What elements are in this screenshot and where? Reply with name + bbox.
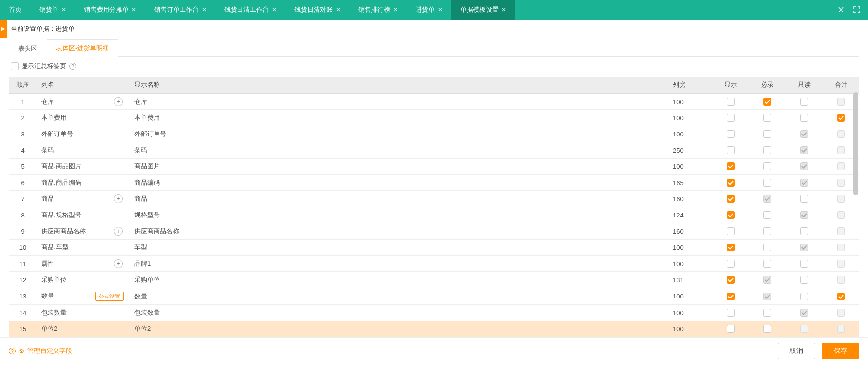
close-icon[interactable]: ✕ [202, 6, 207, 13]
table-row[interactable]: 12采购单位采购单位131 [9, 272, 859, 288]
cell-width[interactable]: 100 [668, 126, 712, 142]
table-row[interactable]: 3外部订单号外部订单号100 [9, 126, 859, 142]
tab-1[interactable]: 销售费用分摊单✕ [75, 0, 145, 20]
close-icon[interactable]: ✕ [132, 6, 136, 13]
table-row[interactable]: 1仓库+仓库100 [9, 94, 859, 110]
cell-checkbox[interactable] [727, 146, 735, 154]
show-summary-tab-checkbox[interactable] [11, 62, 19, 70]
cell-checkbox[interactable] [727, 325, 735, 333]
cell-display[interactable]: 供应商商品名称 [130, 223, 668, 240]
add-icon[interactable]: + [114, 259, 123, 268]
add-icon[interactable]: + [114, 97, 123, 106]
table-row[interactable]: 7商品+商品160 [9, 191, 859, 207]
footer-help-icon[interactable]: ? [9, 348, 16, 354]
tab-header-area[interactable]: 表头区 [9, 40, 47, 57]
cell-display[interactable]: 规格型号 [130, 207, 668, 223]
cell-display[interactable]: 包装数量 [130, 305, 668, 321]
cell-checkbox[interactable] [800, 260, 808, 268]
cell-display[interactable]: 单位2 [130, 321, 668, 337]
cell-display[interactable]: 数量 [130, 288, 668, 305]
cell-checkbox[interactable] [763, 98, 771, 106]
tab-2[interactable]: 销售订单工作台✕ [145, 0, 215, 20]
cell-width[interactable]: 100 [668, 240, 712, 256]
tab-body-area[interactable]: 表体区-进货单明细 [47, 39, 118, 57]
cell-width[interactable]: 250 [668, 142, 712, 159]
cell-checkbox[interactable] [727, 260, 735, 268]
cell-display[interactable]: 条码 [130, 142, 668, 159]
cell-display[interactable]: 本单费用 [130, 110, 668, 126]
cell-checkbox[interactable] [727, 309, 735, 317]
tab-home[interactable]: 首页 [0, 0, 30, 20]
table-row[interactable]: 9供应商商品名称+供应商商品名称160 [9, 223, 859, 240]
cell-display[interactable]: 采购单位 [130, 272, 668, 288]
expand-handle[interactable]: ▶ [0, 20, 7, 38]
cell-checkbox[interactable] [763, 162, 771, 170]
cell-display[interactable]: 商品 [130, 191, 668, 207]
cell-checkbox[interactable] [837, 293, 845, 300]
cell-width[interactable]: 100 [668, 288, 712, 305]
cancel-button[interactable]: 取消 [778, 343, 815, 359]
cell-checkbox[interactable] [727, 162, 735, 170]
close-icon[interactable]: ✕ [501, 6, 506, 13]
cell-checkbox[interactable] [800, 114, 808, 122]
tab-4[interactable]: 钱货日清对账✕ [286, 0, 349, 20]
table-row[interactable]: 13数量公式设置数量100 [9, 288, 859, 305]
table-row[interactable]: 6商品.商品编码商品编码165 [9, 175, 859, 191]
table-row[interactable]: 15单位2单位2100 [9, 321, 859, 337]
cell-checkbox[interactable] [727, 130, 735, 138]
cell-checkbox[interactable] [727, 293, 735, 300]
table-row[interactable]: 4条码条码250 [9, 142, 859, 159]
formula-tag[interactable]: 公式设置 [95, 292, 124, 301]
cell-width[interactable]: 160 [668, 223, 712, 240]
cell-width[interactable]: 131 [668, 272, 712, 288]
close-panel-icon[interactable] [837, 5, 845, 14]
table-row[interactable]: 10商品.车型车型100 [9, 240, 859, 256]
close-icon[interactable]: ✕ [61, 6, 66, 13]
tab-3[interactable]: 钱货日清工作台✕ [215, 0, 286, 20]
add-icon[interactable]: + [114, 227, 123, 236]
tab-5[interactable]: 销售排行榜✕ [349, 0, 407, 20]
table-row[interactable]: 8商品.规格型号规格型号124 [9, 207, 859, 223]
cell-checkbox[interactable] [727, 179, 735, 187]
close-icon[interactable]: ✕ [438, 6, 443, 13]
cell-width[interactable]: 100 [668, 256, 712, 272]
save-button[interactable]: 保存 [822, 343, 859, 359]
cell-checkbox[interactable] [763, 146, 771, 154]
cell-width[interactable]: 100 [668, 94, 712, 110]
close-icon[interactable]: ✕ [336, 6, 341, 13]
cell-checkbox[interactable] [763, 179, 771, 187]
cell-display[interactable]: 外部订单号 [130, 126, 668, 142]
cell-display[interactable]: 商品图片 [130, 159, 668, 175]
table-row[interactable]: 2本单费用本单费用100 [9, 110, 859, 126]
close-icon[interactable]: ✕ [272, 6, 277, 13]
cell-checkbox[interactable] [763, 114, 771, 122]
cell-checkbox[interactable] [800, 293, 808, 300]
cell-checkbox[interactable] [800, 276, 808, 284]
manage-custom-fields-link[interactable]: 管理自定义字段 [27, 347, 72, 355]
cell-checkbox[interactable] [800, 98, 808, 106]
cell-width[interactable]: 100 [668, 159, 712, 175]
cell-width[interactable]: 160 [668, 191, 712, 207]
cell-checkbox[interactable] [763, 211, 771, 219]
table-row[interactable]: 5商品.商品图片商品图片100 [9, 159, 859, 175]
tab-6[interactable]: 进货单✕ [407, 0, 451, 20]
cell-checkbox[interactable] [727, 114, 735, 122]
cell-checkbox[interactable] [727, 227, 735, 235]
cell-checkbox[interactable] [763, 130, 771, 138]
fullscreen-icon[interactable] [852, 5, 861, 14]
tab-7[interactable]: 单据模板设置✕ [451, 0, 515, 20]
close-icon[interactable]: ✕ [393, 6, 398, 13]
cell-width[interactable]: 165 [668, 175, 712, 191]
table-row[interactable]: 14包装数量包装数量100 [9, 305, 859, 321]
help-icon[interactable]: ? [69, 63, 76, 70]
cell-display[interactable]: 商品编码 [130, 175, 668, 191]
cell-checkbox[interactable] [727, 244, 735, 251]
cell-checkbox[interactable] [837, 114, 845, 122]
cell-checkbox[interactable] [727, 195, 735, 203]
cell-width[interactable]: 100 [668, 305, 712, 321]
cell-checkbox[interactable] [763, 325, 771, 333]
cell-checkbox[interactable] [800, 227, 808, 235]
scrollbar-track[interactable] [853, 92, 858, 337]
cell-checkbox[interactable] [763, 244, 771, 251]
scrollbar-thumb[interactable] [853, 92, 858, 195]
